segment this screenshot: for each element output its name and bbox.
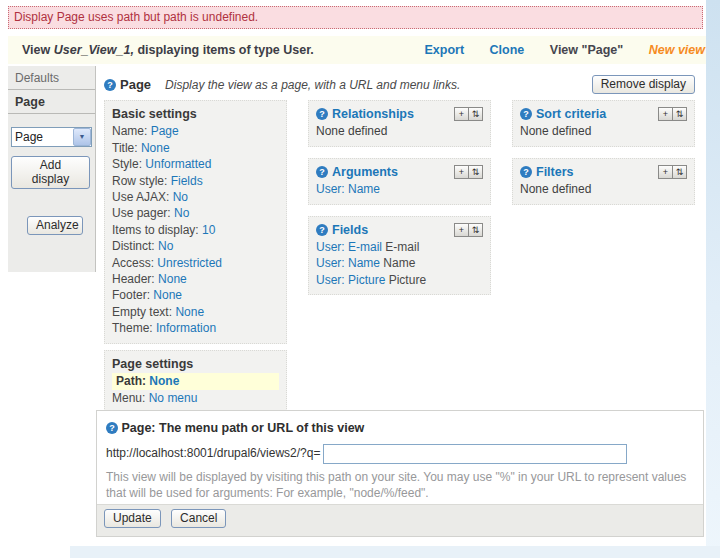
fields-panel-title[interactable]: Fields [332, 222, 455, 238]
setting-header-value[interactable]: None [158, 272, 187, 286]
relationships-panel: ? Relationships + ⇅ None defined [308, 100, 491, 147]
column-middle: ? Relationships + ⇅ None defined ? Argum… [308, 100, 491, 424]
sort-criteria-panel-title[interactable]: Sort criteria [536, 106, 659, 122]
setting-items-to-display-value[interactable]: 10 [202, 223, 215, 237]
field-user-name[interactable]: User: Name [316, 256, 380, 270]
fields-panel: ? Fields + ⇅ User: E-mail E-mail User: N… [308, 216, 491, 296]
display-settings-columns: Basic settings Name: Page Title: None St… [96, 100, 706, 424]
setting-access: Access: Unrestricted [112, 255, 279, 271]
view-header-links: Export Clone View "Page" New view [402, 36, 705, 64]
setting-title-value[interactable]: None [141, 141, 170, 155]
setting-name-value[interactable]: Page [151, 124, 179, 138]
field-user-email-label: E-mail [385, 240, 419, 254]
add-field-button[interactable]: + [454, 223, 469, 237]
add-filter-button[interactable]: + [658, 165, 673, 179]
setting-theme-value[interactable]: Information [156, 321, 216, 335]
setting-empty-text-value[interactable]: None [175, 305, 204, 319]
filters-panel: ? Filters + ⇅ None defined [512, 158, 695, 205]
page-edge-bottom [70, 546, 720, 558]
help-icon[interactable]: ? [104, 79, 116, 91]
setting-title: Title: None [112, 140, 279, 156]
setting-footer: Footer: None [112, 287, 279, 303]
sidebar-tab-defaults[interactable]: Defaults [8, 66, 95, 90]
help-icon[interactable]: ? [520, 108, 532, 120]
field-item: User: Name Name [316, 255, 483, 271]
field-user-name-label: Name [383, 256, 415, 270]
remove-display-button[interactable]: Remove display [592, 75, 695, 94]
setting-style: Style: Unformatted [112, 156, 279, 172]
url-row: http://localhost:8001/drupal6/views2/?q= [97, 435, 703, 464]
add-display-button[interactable]: Add display [11, 156, 90, 189]
setting-use-pager: Use pager: No [112, 205, 279, 221]
url-prefix: http://localhost:8001/drupal6/views2/?q= [106, 446, 320, 460]
setting-style-value[interactable]: Unformatted [145, 157, 211, 171]
setting-row-style-value[interactable]: Fields [171, 174, 203, 188]
display-type-select-value: Page [12, 130, 73, 144]
sidebar-controls: Page ▼ Add display Analyze [8, 114, 95, 235]
field-user-email[interactable]: User: E-mail [316, 240, 382, 254]
setting-theme: Theme: Information [112, 320, 279, 336]
setting-empty-text: Empty text: None [112, 304, 279, 320]
chevron-down-icon: ▼ [73, 128, 91, 146]
rearrange-relationships-button[interactable]: ⇅ [468, 107, 483, 121]
rearrange-arguments-button[interactable]: ⇅ [468, 165, 483, 179]
view-title: View User_View_1, displaying items of ty… [22, 36, 314, 64]
rearrange-sorts-button[interactable]: ⇅ [672, 107, 687, 121]
update-button[interactable]: Update [104, 509, 161, 528]
basic-settings-panel: Basic settings Name: Page Title: None St… [104, 100, 287, 344]
rearrange-filters-button[interactable]: ⇅ [672, 165, 687, 179]
add-sort-button[interactable]: + [658, 107, 673, 121]
path-settings-form: ? Page: The menu path or URL of this vie… [96, 410, 704, 537]
page-settings-panel: Page settings Path: None Menu: No menu [104, 350, 287, 413]
sort-criteria-empty: None defined [520, 123, 687, 139]
clone-link[interactable]: Clone [490, 43, 525, 57]
setting-distinct-value[interactable]: No [158, 239, 173, 253]
export-link[interactable]: Export [424, 43, 464, 57]
filters-empty: None defined [520, 181, 687, 197]
field-user-picture[interactable]: User: Picture [316, 273, 385, 287]
relationships-panel-title[interactable]: Relationships [332, 106, 455, 122]
form-title: ? Page: The menu path or URL of this vie… [97, 411, 703, 435]
argument-item: User: Name [316, 181, 483, 197]
setting-menu-value[interactable]: No menu [149, 391, 198, 405]
form-footer: Update Cancel [97, 504, 703, 536]
help-icon[interactable]: ? [316, 108, 328, 120]
sort-criteria-panel: ? Sort criteria + ⇅ None defined [512, 100, 695, 147]
page-edge-right [706, 0, 720, 558]
analyze-button[interactable]: Analyze [27, 216, 83, 235]
help-icon[interactable]: ? [316, 166, 328, 178]
path-input[interactable] [323, 444, 627, 464]
help-icon[interactable]: ? [520, 166, 532, 178]
rearrange-fields-button[interactable]: ⇅ [468, 223, 483, 237]
field-item: User: Picture Picture [316, 272, 483, 288]
setting-path: Path: None [112, 373, 279, 389]
column-basic: Basic settings Name: Page Title: None St… [104, 100, 287, 424]
new-view-link[interactable]: New view [649, 43, 705, 57]
arguments-panel-title[interactable]: Arguments [332, 164, 455, 180]
setting-use-ajax-value[interactable]: No [173, 190, 188, 204]
setting-menu: Menu: No menu [112, 390, 279, 406]
setting-row-style: Row style: Fields [112, 173, 279, 189]
setting-use-ajax: Use AJAX: No [112, 189, 279, 205]
view-header-bar: View User_View_1, displaying items of ty… [8, 36, 712, 64]
setting-footer-value[interactable]: None [153, 288, 182, 302]
setting-access-value[interactable]: Unrestricted [157, 256, 222, 270]
add-relationship-button[interactable]: + [454, 107, 469, 121]
help-icon[interactable]: ? [106, 422, 118, 434]
view-page-link[interactable]: View "Page" [550, 43, 623, 57]
cancel-button[interactable]: Cancel [171, 509, 226, 528]
setting-distinct: Distinct: No [112, 238, 279, 254]
display-sidebar: Defaults Page Page ▼ Add display Analyze [8, 66, 96, 272]
setting-path-value[interactable]: None [149, 374, 179, 388]
argument-user-name[interactable]: User: Name [316, 182, 380, 196]
add-argument-button[interactable]: + [454, 165, 469, 179]
filters-panel-title[interactable]: Filters [536, 164, 659, 180]
basic-settings-title: Basic settings [112, 106, 279, 122]
arguments-panel: ? Arguments + ⇅ User: Name [308, 158, 491, 205]
display-header: ?PageDisplay the view as a page, with a … [96, 66, 705, 102]
page-settings-title: Page settings [112, 356, 279, 372]
sidebar-tab-page[interactable]: Page [8, 90, 95, 114]
display-type-select[interactable]: Page ▼ [11, 127, 92, 147]
help-icon[interactable]: ? [316, 224, 328, 236]
setting-use-pager-value[interactable]: No [174, 206, 189, 220]
